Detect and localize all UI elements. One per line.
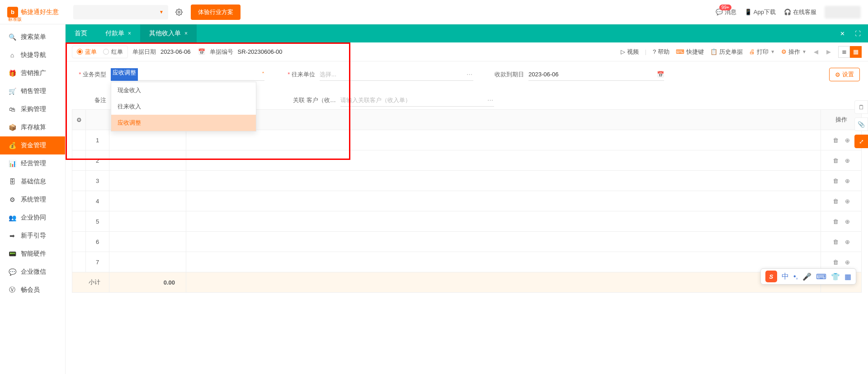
trial-button[interactable]: 体验行业方案 — [191, 5, 241, 20]
sidebar-item-6[interactable]: 💰资金管理 — [0, 136, 65, 154]
user-avatar[interactable] — [825, 6, 861, 19]
delete-icon[interactable]: 🗑 — [833, 198, 839, 205]
more-icon[interactable]: ⋯ — [467, 71, 473, 78]
bill-date-value[interactable]: 2023-06-06 — [160, 48, 191, 55]
ime-grid-icon[interactable]: ▦ — [844, 272, 851, 281]
right-rail: 🗒 📎 ⤢ — [854, 100, 868, 148]
play-icon: ▷ — [621, 48, 625, 55]
sidebar-item-12[interactable]: 📟智能硬件 — [0, 245, 65, 263]
settings-button[interactable]: ⚙ 设置 — [829, 68, 860, 81]
unit-select[interactable]: 选择... ⋯ — [320, 68, 473, 81]
table-row[interactable]: 4🗑⊕ — [72, 191, 862, 211]
shortcut-link[interactable]: ⌨快捷键 — [676, 48, 704, 56]
ime-lang[interactable]: 中 — [782, 272, 789, 281]
add-icon[interactable]: ⊕ — [845, 238, 850, 245]
ime-punct-icon[interactable]: •, — [793, 272, 798, 280]
history-link[interactable]: 📋历史单据 — [710, 48, 743, 56]
sidebar-item-3[interactable]: 🛒销售管理 — [0, 82, 65, 100]
video-link[interactable]: ▷视频 — [621, 48, 639, 56]
cart-icon: 🛒 — [8, 87, 16, 95]
due-date-input[interactable]: 2023-06-06 📅 — [528, 68, 664, 81]
help-icon: ? — [653, 48, 656, 55]
table-row[interactable]: 1🗑⊕ — [72, 130, 862, 150]
delete-icon[interactable]: 🗑 — [833, 137, 839, 144]
add-icon[interactable]: ⊕ — [845, 157, 850, 164]
sidebar-item-1[interactable]: ⌂快捷导航 — [0, 46, 65, 64]
sidebar-item-9[interactable]: ⚙系统管理 — [0, 191, 65, 209]
gear-icon: ⚙ — [835, 71, 840, 78]
settings-icon[interactable] — [173, 6, 185, 19]
add-icon[interactable]: ⊕ — [845, 259, 850, 266]
app-download-link[interactable]: 📱 App下载 — [745, 8, 776, 16]
ime-mic-icon[interactable]: 🎤 — [802, 272, 811, 281]
message-badge: 99+ — [719, 5, 731, 10]
tab-1[interactable]: 付款单× — [96, 24, 140, 42]
related-customer-input[interactable]: 请输入关联客户（收入单） ⋯ — [340, 94, 494, 107]
tab-2[interactable]: 其他收入单× — [140, 24, 197, 42]
red-bill-radio[interactable]: 红单 — [103, 48, 123, 56]
table-config-header[interactable]: ⚙ — [72, 110, 86, 130]
delete-icon[interactable]: 🗑 — [833, 238, 839, 245]
more-icon[interactable]: ⋯ — [487, 97, 494, 103]
tenant-selector[interactable]: ▼ — [73, 5, 168, 19]
biz-type-option-2[interactable]: 应收调整 — [111, 115, 256, 131]
tab-0[interactable]: 首页 — [66, 24, 96, 42]
sidebar-item-14[interactable]: Ⓥ畅会员 — [0, 281, 65, 299]
tab-close-all-icon[interactable]: ✕ — [837, 30, 847, 37]
sidebar-item-0[interactable]: 🔍搜索菜单 — [0, 28, 65, 46]
add-icon[interactable]: ⊕ — [845, 178, 850, 184]
sidebar-item-10[interactable]: 👥企业协同 — [0, 209, 65, 227]
close-icon[interactable]: × — [184, 30, 188, 37]
delete-icon[interactable]: 🗑 — [833, 259, 839, 266]
ime-bfloating-bar[interactable]: S 中 •, 🎤 ⌨ 👕 ▦ — [760, 268, 856, 285]
biz-type-dropdown: 现金收入往来收入应收调整 — [111, 82, 256, 131]
next-bill-icon[interactable]: ▶ — [826, 48, 832, 55]
rail-clip-icon[interactable]: 📎 — [854, 117, 868, 131]
help-link[interactable]: ?帮助 — [653, 48, 670, 56]
chevron-up-icon: ˄ — [262, 71, 264, 78]
operate-link[interactable]: ⚙操作▼ — [781, 48, 807, 56]
bill-toolbar: 蓝单 红单 单据日期 2023-06-06 📅 单据编号 SR-20230606… — [66, 42, 868, 61]
sidebar-item-11[interactable]: ➡新手引导 — [0, 227, 65, 245]
add-icon[interactable]: ⊕ — [845, 218, 850, 225]
sidebar-item-2[interactable]: 🎁营销推广 — [0, 64, 65, 82]
view-list-toggle[interactable]: ≣ — [838, 46, 850, 58]
calendar-icon[interactable]: 📅 — [198, 48, 205, 55]
sidebar-item-4[interactable]: 🛍采购管理 — [0, 100, 65, 118]
online-service-link[interactable]: 🎧 在线客服 — [784, 8, 816, 16]
table-row[interactable]: 2🗑⊕ — [72, 150, 862, 171]
add-icon[interactable]: ⊕ — [845, 137, 850, 144]
gear-icon: ⚙ — [8, 196, 16, 204]
table-row[interactable]: 6🗑⊕ — [72, 232, 862, 252]
rail-expand-icon[interactable]: ⤢ — [854, 135, 868, 148]
brand-logo: b 畅捷通好生意 — [7, 7, 73, 18]
prev-bill-icon[interactable]: ◀ — [813, 48, 819, 55]
messages-link[interactable]: 💬 消息 99+ — [716, 8, 736, 16]
sidebar-item-5[interactable]: 📦库存核算 — [0, 118, 65, 136]
svg-point-0 — [178, 11, 180, 13]
blue-bill-radio[interactable]: 蓝单 — [77, 48, 97, 56]
sidebar-item-8[interactable]: 🗄基础信息 — [0, 173, 65, 191]
biz-type-select[interactable]: 应收调整 ˄ 现金收入往来收入应收调整 — [111, 68, 264, 81]
rail-note-icon[interactable]: 🗒 — [854, 100, 868, 114]
biz-type-option-1[interactable]: 往来收入 — [111, 98, 256, 115]
view-card-toggle[interactable]: ▦ — [850, 46, 862, 58]
table-row[interactable]: 5🗑⊕ — [72, 211, 862, 232]
chevron-down-icon: ▼ — [159, 9, 164, 14]
biz-type-option-0[interactable]: 现金收入 — [111, 82, 256, 98]
delete-icon[interactable]: 🗑 — [833, 178, 839, 184]
tab-expand-icon[interactable]: ⛶ — [853, 30, 863, 37]
ime-skin-icon[interactable]: 👕 — [831, 272, 840, 281]
delete-icon[interactable]: 🗑 — [833, 157, 839, 164]
calendar-icon[interactable]: 📅 — [657, 71, 664, 78]
sidebar-item-7[interactable]: 📊经营管理 — [0, 154, 65, 173]
sidebar-item-13[interactable]: 💬企业微信 — [0, 263, 65, 281]
table-row[interactable]: 3🗑⊕ — [72, 171, 862, 191]
print-link[interactable]: 🖨打印▼ — [749, 48, 775, 56]
table-row[interactable]: 7🗑⊕ — [72, 252, 862, 272]
delete-icon[interactable]: 🗑 — [833, 218, 839, 225]
close-icon[interactable]: × — [128, 30, 131, 37]
sidebar: 🔍搜索菜单⌂快捷导航🎁营销推广🛒销售管理🛍采购管理📦库存核算💰资金管理📊经营管理… — [0, 24, 66, 374]
add-icon[interactable]: ⊕ — [845, 198, 850, 205]
ime-keyboard-icon[interactable]: ⌨ — [816, 272, 826, 281]
